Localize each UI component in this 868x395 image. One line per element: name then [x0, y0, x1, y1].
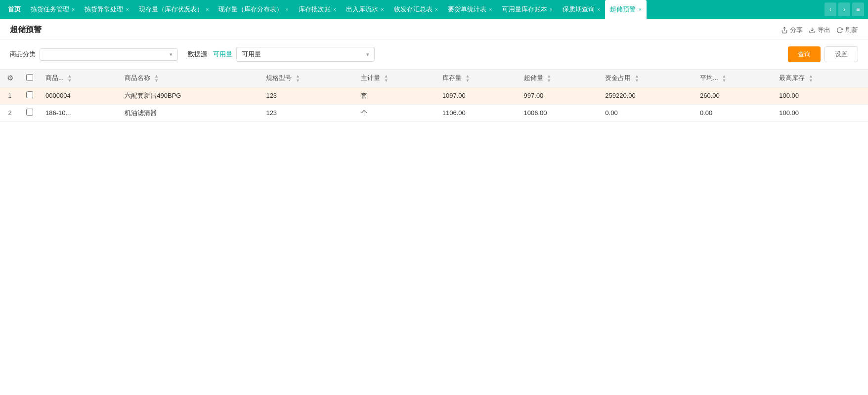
chevron-down-icon: ▾ [366, 51, 369, 58]
nav-item-inventory-dist[interactable]: 现存量（库存分布表） × [214, 0, 293, 19]
page-header: 超储预警 分享 导出 刷新 [0, 19, 868, 40]
row-over-stock: 1006.00 [518, 104, 600, 121]
chevron-down-icon: ▾ [170, 51, 173, 58]
select-all-checkbox[interactable] [26, 74, 33, 81]
filter-bar: 商品分类 ▾ 数据源 可用量 可用量 ▾ 查询 设置 [0, 40, 868, 69]
nav-item-collect-summary[interactable]: 收发存汇总表 × [389, 0, 443, 19]
row-stock: 1106.00 [436, 104, 518, 121]
row-avg: 0.00 [694, 104, 773, 121]
close-icon[interactable]: × [489, 6, 492, 12]
sort-icon[interactable]: ▲▼ [384, 74, 389, 83]
row-spec: 123 [260, 87, 355, 104]
nav-item-pick-task[interactable]: 拣货任务管理 × [26, 0, 80, 19]
close-icon[interactable]: × [597, 6, 600, 12]
nav-item-overstock-warning[interactable]: 超储预警 × [605, 0, 646, 19]
sort-icon[interactable]: ▲▼ [809, 74, 813, 83]
close-icon[interactable]: × [550, 6, 553, 12]
header-actions: 分享 导出 刷新 [781, 26, 858, 35]
close-icon[interactable]: × [435, 6, 438, 12]
close-icon[interactable]: × [381, 6, 384, 12]
close-icon[interactable]: × [126, 6, 129, 12]
close-icon[interactable]: × [638, 6, 641, 12]
sort-icon[interactable]: ▲▼ [154, 74, 159, 83]
category-filter-group: 商品分类 ▾ [10, 48, 178, 61]
overstock-table: ⚙ 商品... ▲▼ 商品名称 ▲▼ 规格型号 ▲▼ 主计 [0, 69, 868, 122]
close-icon[interactable]: × [72, 6, 75, 12]
row-checkbox[interactable] [26, 91, 33, 98]
row-checkbox[interactable] [26, 109, 33, 116]
row-checkbox-cell [20, 87, 40, 104]
nav-item-home[interactable]: 首页 [3, 0, 26, 19]
datasource-filter-group: 数据源 可用量 可用量 ▾ [188, 47, 375, 62]
over-stock-header[interactable]: 超储量 ▲▼ [518, 70, 600, 87]
row-unit: 个 [355, 104, 436, 121]
table-container: ⚙ 商品... ▲▼ 商品名称 ▲▼ 规格型号 ▲▼ 主计 [0, 69, 868, 122]
sort-icon[interactable]: ▲▼ [635, 74, 639, 83]
settings-button[interactable]: 设置 [825, 46, 858, 62]
product-name-header[interactable]: 商品名称 ▲▼ [119, 70, 260, 87]
unit-header[interactable]: 主计量 ▲▼ [355, 70, 436, 87]
row-avg: 260.00 [694, 87, 773, 104]
query-button[interactable]: 查询 [788, 46, 821, 62]
nav-item-batch-account[interactable]: 库存批次账 × [294, 0, 341, 19]
row-checkbox-cell [20, 104, 40, 121]
spec-header[interactable]: 规格型号 ▲▼ [260, 70, 355, 87]
max-stock-header[interactable]: 最高库存 ▲▼ [773, 70, 868, 87]
row-over-stock: 997.00 [518, 87, 600, 104]
close-icon[interactable]: × [206, 6, 209, 12]
export-button[interactable]: 导出 [809, 26, 830, 35]
close-icon[interactable]: × [285, 6, 288, 12]
nav-item-pick-exception[interactable]: 拣货异常处理 × [80, 0, 133, 19]
category-label: 商品分类 [10, 50, 36, 59]
refresh-icon [836, 27, 843, 34]
row-product-code: 186-10... [40, 104, 119, 121]
table-header-row: ⚙ 商品... ▲▼ 商品名称 ▲▼ 规格型号 ▲▼ 主计 [0, 70, 868, 87]
row-product-code: 0000004 [40, 87, 119, 104]
datasource-label: 数据源 [188, 50, 207, 59]
sort-icon[interactable]: ▲▼ [67, 74, 72, 83]
datasource-select[interactable]: 可用量 ▾ [236, 47, 375, 62]
export-icon [809, 27, 816, 34]
share-button[interactable]: 分享 [781, 26, 803, 35]
sort-icon[interactable]: ▲▼ [547, 74, 551, 83]
nav-item-inout-flow[interactable]: 出入库流水 × [341, 0, 389, 19]
row-spec: 123 [260, 104, 355, 121]
row-settings-cell: 1 [0, 87, 20, 104]
row-number: 1 [8, 92, 11, 99]
nav-item-available-account[interactable]: 可用量库存账本 × [497, 0, 558, 19]
product-code-header[interactable]: 商品... ▲▼ [40, 70, 119, 87]
row-max-stock: 100.00 [773, 87, 868, 104]
row-number: 2 [8, 109, 11, 117]
settings-column-header: ⚙ [0, 70, 20, 87]
checkbox-column-header [20, 70, 40, 87]
datasource-select-text: 可用量 [242, 50, 261, 59]
row-max-stock: 100.00 [773, 104, 868, 121]
gear-icon[interactable]: ⚙ [7, 74, 13, 82]
row-stock: 1097.00 [436, 87, 518, 104]
row-settings-cell: 2 [0, 104, 20, 121]
nav-prev-button[interactable]: ‹ [825, 2, 836, 16]
sort-icon[interactable]: ▲▼ [722, 74, 726, 83]
datasource-value: 可用量 [213, 50, 232, 59]
avg-header[interactable]: 平均... ▲▼ [694, 70, 773, 87]
nav-item-shelf-life[interactable]: 保质期查询 × [558, 0, 605, 19]
table-row: 2 186-10... 机油滤清器 123 个 1106.00 1006.00 … [0, 104, 868, 121]
row-capital: 259220.00 [599, 87, 694, 104]
row-capital: 0.00 [599, 104, 694, 121]
nav-bar: 首页 拣货任务管理 × 拣货异常处理 × 现存量（库存状况表） × 现存量（库存… [0, 0, 868, 19]
refresh-button[interactable]: 刷新 [836, 26, 858, 35]
stock-header[interactable]: 库存量 ▲▼ [436, 70, 518, 87]
row-unit: 套 [355, 87, 436, 104]
nav-item-inventory-status[interactable]: 现存量（库存状况表） × [134, 0, 214, 19]
filter-actions: 查询 设置 [788, 46, 858, 62]
nav-more-button[interactable]: ≡ [852, 2, 864, 16]
capital-header[interactable]: 资金占用 ▲▼ [599, 70, 694, 87]
row-product-name: 六配套新昌490BPG [119, 87, 260, 104]
nav-item-demand-stats[interactable]: 要货单统计表 × [443, 0, 497, 19]
close-icon[interactable]: × [333, 6, 336, 12]
sort-icon[interactable]: ▲▼ [296, 74, 300, 83]
share-icon [781, 27, 788, 34]
nav-next-button[interactable]: › [838, 2, 850, 16]
sort-icon[interactable]: ▲▼ [465, 74, 470, 83]
category-select[interactable]: ▾ [40, 48, 178, 61]
